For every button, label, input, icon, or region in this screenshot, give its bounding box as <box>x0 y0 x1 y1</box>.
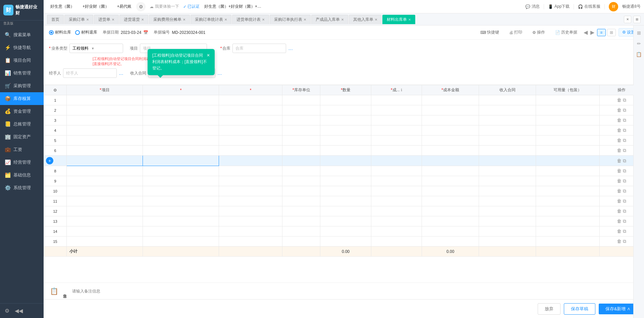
tab-product-inbound[interactable]: 产成品入库单✕ <box>311 15 348 24</box>
sidebar-collapse-icon[interactable]: ◀◀ <box>15 308 23 314</box>
username[interactable]: 畅捷通8号 <box>622 4 641 9</box>
handler-more-icon[interactable]: … <box>119 70 123 76</box>
row-12-copy-icon[interactable]: ⧉ <box>623 208 626 214</box>
income-contract-more-icon[interactable]: … <box>217 70 222 76</box>
row-3-material[interactable] <box>143 115 219 125</box>
next-record-icon[interactable]: ▶ <box>590 29 594 36</box>
tooltip-close-btn[interactable]: ✕ <box>207 52 210 59</box>
new-row-material[interactable] <box>143 156 219 166</box>
row-6-copy-icon[interactable]: ⧉ <box>623 148 626 153</box>
row-3-copy-icon[interactable]: ⧉ <box>623 117 626 123</box>
radio-material-return[interactable]: 材料退库 <box>75 30 97 35</box>
save-draft-button[interactable]: 保存草稿 <box>564 303 595 315</box>
radio-material-out[interactable]: 材料出库 <box>49 30 71 35</box>
sidebar-item-search[interactable]: 🔍 搜索菜单 <box>0 29 44 41</box>
close-incoming-stats-icon[interactable]: ✕ <box>262 18 265 21</box>
row-5-copy-icon[interactable]: ⧉ <box>623 138 626 143</box>
row-1-unit[interactable] <box>282 95 320 105</box>
right-panel-icon3[interactable]: 📋 <box>635 50 643 58</box>
row-13-delete-icon[interactable]: 🗑 <box>617 218 622 224</box>
row-2-delete-icon[interactable]: 🗑 <box>617 107 622 113</box>
warehouse-input[interactable]: 合库 <box>232 44 286 53</box>
tab-incoming-stats[interactable]: 进货单统计表✕ <box>232 15 269 24</box>
right-panel-icon1[interactable]: ⊞ <box>635 29 643 37</box>
close-incoming-return-icon[interactable]: ✕ <box>141 18 144 21</box>
close-product-inbound-icon[interactable]: ✕ <box>341 18 344 21</box>
tab-other-inbound[interactable]: 其他入库单✕ <box>349 15 382 24</box>
warehouse-more-icon[interactable]: … <box>288 46 293 51</box>
row-2-spec[interactable] <box>219 105 282 115</box>
sidebar-item-sales[interactable]: 📊 销售管理 <box>0 67 44 80</box>
close-other-inbound-icon[interactable]: ✕ <box>375 18 377 21</box>
sidebar-item-finance[interactable]: 💰 资金管理 <box>0 105 44 118</box>
row-1-copy-icon[interactable]: ⧉ <box>623 97 626 103</box>
sidebar-settings-icon[interactable]: ⚙ <box>5 308 9 314</box>
row-3-income[interactable] <box>479 115 536 125</box>
nav-easy-agency[interactable]: +易代账 <box>114 2 135 11</box>
tab-incoming-return[interactable]: 进货退货✕ <box>119 15 148 24</box>
row-9-delete-icon[interactable]: 🗑 <box>617 178 622 184</box>
close-purchase-stats-icon[interactable]: ✕ <box>224 18 227 21</box>
row-3-spec[interactable] <box>219 115 282 125</box>
row-1-cost[interactable] <box>371 95 422 105</box>
date-value[interactable]: 2023-03-24 <box>121 30 141 35</box>
table-view-btn[interactable]: ≡ <box>597 29 606 36</box>
row-2-project[interactable] <box>67 105 143 115</box>
nav-good-finance[interactable]: +好业财（菌） <box>79 2 112 11</box>
row-6-delete-icon[interactable]: 🗑 <box>617 148 622 153</box>
nav-combined[interactable]: 好生意（菌）+好业财（菌）+… <box>201 2 265 11</box>
sidebar-item-fixed-assets[interactable]: 🏢 固定资产 <box>0 130 44 143</box>
tab-home[interactable]: 首页 <box>47 15 64 24</box>
message-btn[interactable]: 💬 消息 <box>525 4 540 9</box>
row-3-delete-icon[interactable]: 🗑 <box>617 117 622 123</box>
sidebar-item-basic-info[interactable]: 🗂️ 基础信息 <box>0 169 44 181</box>
row-14-copy-icon[interactable]: ⧉ <box>623 228 626 234</box>
row-2-avail[interactable] <box>536 105 599 115</box>
shortcut-key-btn[interactable]: ⌨快捷键 <box>477 28 503 37</box>
tab-material-outbound[interactable]: 材料出库单✕ <box>382 15 415 24</box>
row-9-copy-icon[interactable]: ⧉ <box>623 178 626 184</box>
close-incoming-icon[interactable]: ✕ <box>112 18 114 21</box>
sidebar-item-system[interactable]: ⚙️ 系统管理 <box>0 181 44 194</box>
row-3-project[interactable] <box>67 115 143 125</box>
operations-btn[interactable]: ⚙操作 <box>529 28 549 37</box>
user-avatar[interactable]: 财 <box>609 2 618 11</box>
sidebar-item-project-contract[interactable]: 📋 项目合同 <box>0 54 44 67</box>
print-btn[interactable]: 🖨打印 <box>505 28 526 37</box>
sidebar-item-ledger[interactable]: 📒 总账管理 <box>0 118 44 130</box>
row-2-qty[interactable] <box>320 105 371 115</box>
cost-info-icon[interactable]: ℹ <box>401 88 402 92</box>
online-service-btn[interactable]: 🎧 在线客服 <box>578 4 600 9</box>
new-row-project[interactable] <box>67 156 143 166</box>
new-row-copy-icon[interactable]: ⧉ <box>623 158 626 164</box>
nav-good-business[interactable]: 好生意（菌） <box>47 2 78 11</box>
history-btn[interactable]: 📄历史单据 <box>551 28 581 37</box>
row-1-cost-amt[interactable] <box>422 95 479 105</box>
sidebar-item-salary[interactable]: 💼 工资 <box>0 143 44 156</box>
close-material-outbound-icon[interactable]: ✕ <box>408 18 411 21</box>
tab-purchase-exec[interactable]: 采购订单执行表✕ <box>270 15 311 24</box>
experience-link[interactable]: ☁ 我要体验一下 <box>150 4 179 9</box>
tab-purchase-order[interactable]: 采购订单✕ <box>64 15 93 24</box>
row-2-unit[interactable] <box>282 105 320 115</box>
discard-button[interactable]: 放弃 <box>538 303 560 315</box>
row-15-delete-icon[interactable]: 🗑 <box>617 238 622 244</box>
sidebar-item-operations[interactable]: 📈 经营管理 <box>0 156 44 169</box>
tab-close-all-btn[interactable]: ✕ <box>624 16 631 23</box>
row-1-income[interactable] <box>479 95 536 105</box>
calendar-icon[interactable]: 📅 <box>143 30 148 35</box>
row-2-cost[interactable] <box>371 105 422 115</box>
row-1-spec[interactable] <box>219 95 282 105</box>
row-3-cost-amt[interactable] <box>422 115 479 125</box>
row-4-copy-icon[interactable]: ⧉ <box>623 127 626 133</box>
tab-purchase-stats[interactable]: 采购订单统计表✕ <box>191 15 231 24</box>
row-12-delete-icon[interactable]: 🗑 <box>617 208 622 214</box>
sidebar-item-quick-nav[interactable]: ⚡ 快捷导航 <box>0 41 44 54</box>
tab-nav-left-btn[interactable]: ⊞ <box>633 16 641 23</box>
tab-incoming[interactable]: 进货单✕ <box>94 15 119 24</box>
sidebar-item-purchase[interactable]: 🛒 采购管理 <box>0 80 44 92</box>
row-2-material[interactable] <box>143 105 219 115</box>
row-1-delete-icon[interactable]: 🗑 <box>617 97 622 103</box>
handler-input[interactable]: 经手人 <box>63 68 117 78</box>
row-8-delete-icon[interactable]: 🗑 <box>617 168 622 174</box>
